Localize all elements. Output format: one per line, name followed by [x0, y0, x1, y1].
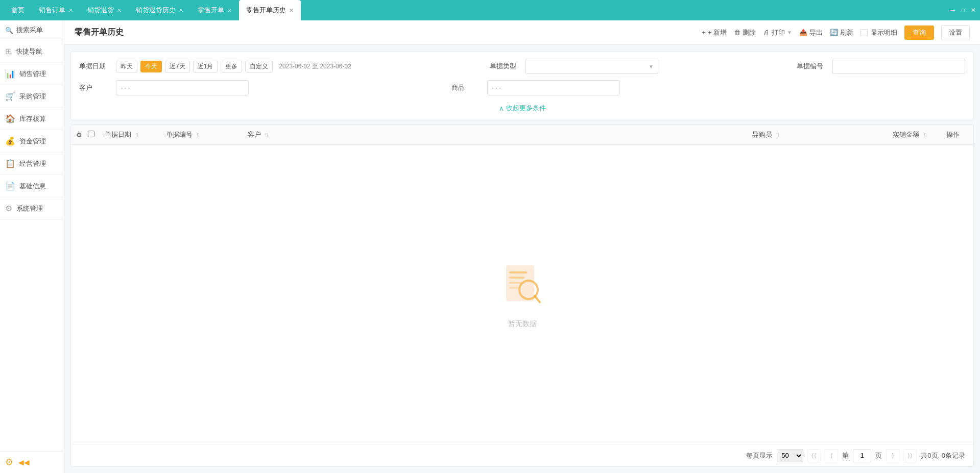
sidebar-search[interactable]: 🔍 搜索采单 — [0, 20, 64, 40]
basic-info-icon: 📄 — [5, 181, 15, 191]
settings-bottom-icon[interactable]: ⚙ — [5, 457, 13, 468]
header-customer: 客户 ⇅ — [243, 125, 747, 145]
number-label: 单据编号 — [797, 62, 827, 71]
sort-number-icon[interactable]: ⇅ — [196, 132, 200, 138]
sort-guide-icon[interactable]: ⇅ — [776, 132, 780, 138]
header-date: 单据日期 ⇅ — [100, 125, 161, 145]
maximize-button[interactable]: □ — [961, 7, 965, 14]
sidebar-item-finance[interactable]: 💰 资金管理 — [0, 130, 64, 153]
search-icon: 🔍 — [5, 27, 13, 34]
table-container: ⚙ 单据日期 ⇅ 单据编号 ⇅ — [70, 125, 974, 467]
main-layout: 🔍 搜索采单 ⊞ 快捷导航 📊 销售管理 🛒 采购管理 🏠 库存核算 💰 资金管… — [0, 20, 980, 473]
date-btn-custom[interactable]: 自定义 — [245, 61, 273, 72]
close-icon[interactable]: ✕ — [289, 7, 294, 14]
type-select-wrapper[interactable]: ▼ — [525, 59, 658, 74]
empty-text: 暂无数据 — [508, 319, 537, 329]
header-amount: 实销金额 ⇅ — [871, 125, 933, 145]
close-icon[interactable]: ✕ — [227, 7, 232, 14]
goods-wrapper[interactable]: ··· — [487, 80, 620, 95]
collapse-btn[interactable]: ∧ 收起更多条件 — [79, 102, 965, 115]
tab-sales-return[interactable]: 销货退货 ✕ — [80, 0, 129, 20]
empty-state: 暂无数据 — [71, 145, 973, 444]
date-btn-1month[interactable]: 近1月 — [193, 61, 218, 72]
display-button[interactable]: 显示明细 — [861, 28, 897, 37]
sales-icon: 📊 — [5, 69, 15, 79]
close-window-button[interactable]: ✕ — [971, 7, 976, 14]
close-icon[interactable]: ✕ — [68, 7, 73, 14]
sidebar-item-operations[interactable]: 📋 经营管理 — [0, 153, 64, 175]
window-controls: ─ □ ✕ — [950, 7, 976, 14]
sidebar-item-sys-mgmt[interactable]: ⚙ 系统管理 — [0, 197, 64, 220]
delete-button[interactable]: 🗑 删除 — [734, 28, 756, 37]
sidebar-item-purchase-mgmt[interactable]: 🛒 采购管理 — [0, 85, 64, 108]
collapse-sidebar-icon[interactable]: ◀◀ — [18, 458, 30, 466]
sidebar-item-quick-nav[interactable]: ⊞ 快捷导航 — [0, 40, 64, 63]
svg-rect-3 — [509, 282, 522, 284]
table-header: ⚙ 单据日期 ⇅ 单据编号 ⇅ — [71, 125, 973, 145]
tab-retail-history[interactable]: 零售开单历史 ✕ — [239, 0, 301, 20]
content-area: 零售开单历史 + + 新增 🗑 删除 🖨 打印 ▼ 📤 导出 — [64, 20, 980, 473]
print-button[interactable]: 🖨 打印 ▼ — [763, 28, 792, 37]
sort-date-icon[interactable]: ⇅ — [135, 132, 139, 138]
date-btn-more[interactable]: 更多 — [221, 61, 242, 72]
tab-sales-order[interactable]: 销售订单 ✕ — [32, 0, 80, 20]
svg-rect-4 — [509, 287, 519, 289]
header-action: 操作 — [933, 125, 973, 145]
display-checkbox[interactable] — [861, 29, 868, 36]
date-btn-7days[interactable]: 近7天 — [165, 61, 190, 72]
sidebar-item-basic-info[interactable]: 📄 基础信息 — [0, 175, 64, 197]
purchase-icon: 🛒 — [5, 91, 15, 101]
inventory-icon: 🏠 — [5, 114, 15, 123]
query-button[interactable]: 查询 — [904, 26, 934, 40]
customer-label: 客户 — [79, 83, 111, 92]
tab-home[interactable]: 首页 — [4, 0, 32, 20]
first-page-button[interactable]: ⟨⟨ — [807, 449, 821, 462]
tab-retail-open[interactable]: 零售开单 ✕ — [190, 0, 239, 20]
svg-rect-1 — [509, 271, 527, 273]
date-btn-yesterday[interactable]: 昨天 — [116, 61, 137, 72]
type-label: 单据类型 — [490, 62, 520, 71]
next-page-button[interactable]: ⟩ — [886, 449, 899, 462]
page-header: 零售开单历史 + + 新增 🗑 删除 🖨 打印 ▼ 📤 导出 — [64, 20, 980, 45]
filter-panel: 单据日期 昨天 今天 近7天 近1月 更多 自定义 2023-06-02 至 2… — [70, 51, 974, 120]
last-page-button[interactable]: ⟩⟩ — [903, 449, 917, 462]
sidebar: 🔍 搜索采单 ⊞ 快捷导航 📊 销售管理 🛒 采购管理 🏠 库存核算 💰 资金管… — [0, 20, 64, 473]
data-table: ⚙ 单据日期 ⇅ 单据编号 ⇅ — [71, 125, 973, 145]
tab-sales-return-history[interactable]: 销货退货历史 ✕ — [129, 0, 190, 20]
sort-customer-icon[interactable]: ⇅ — [265, 132, 269, 138]
empty-illustration — [497, 260, 548, 311]
per-page-select[interactable]: 50 10 20 100 — [777, 449, 803, 462]
select-all-checkbox[interactable] — [88, 131, 94, 137]
goods-ellipsis: ··· — [492, 83, 503, 93]
prev-page-button[interactable]: ⟨ — [825, 449, 838, 462]
sidebar-item-inventory[interactable]: 🏠 库存核算 — [0, 108, 64, 130]
close-icon[interactable]: ✕ — [179, 7, 183, 14]
page-actions: + + 新增 🗑 删除 🖨 打印 ▼ 📤 导出 🔄 — [702, 25, 970, 40]
sidebar-item-sales-mgmt[interactable]: 📊 销售管理 — [0, 63, 64, 85]
type-chevron-icon: ▼ — [649, 64, 654, 69]
refresh-button[interactable]: 🔄 刷新 — [830, 28, 853, 37]
filter-row-container-2: 客户 ··· 商品 ··· — [79, 80, 965, 95]
close-icon[interactable]: ✕ — [117, 7, 122, 14]
customer-wrapper[interactable]: ··· — [116, 80, 249, 95]
total-info: 共0页, 0条记录 — [921, 451, 965, 460]
number-input[interactable] — [832, 59, 965, 74]
page-title: 零售开单历史 — [75, 27, 124, 38]
page-input[interactable] — [853, 449, 871, 462]
refresh-icon: 🔄 — [830, 29, 838, 36]
date-range-display: 2023-06-02 至 2023-06-02 — [279, 62, 351, 71]
minimize-button[interactable]: ─ — [950, 7, 955, 14]
add-button[interactable]: + + 新增 — [702, 28, 727, 37]
customer-ellipsis: ··· — [121, 83, 131, 93]
type-select[interactable] — [530, 63, 654, 70]
sidebar-bottom: ⚙ ◀◀ — [0, 451, 64, 473]
pagination: 每页显示 50 10 20 100 ⟨⟨ ⟨ 第 页 ⟩ ⟩⟩ 共0页, 0条记… — [71, 444, 973, 466]
svg-rect-2 — [509, 277, 524, 279]
table-settings-icon[interactable]: ⚙ — [76, 131, 82, 139]
date-btn-today[interactable]: 今天 — [140, 61, 162, 72]
sort-amount-icon[interactable]: ⇅ — [923, 132, 927, 138]
export-button[interactable]: 📤 导出 — [799, 28, 823, 37]
header-number: 单据编号 ⇅ — [161, 125, 243, 145]
settings-button[interactable]: 设置 — [941, 25, 970, 40]
goods-label: 商品 — [451, 83, 482, 92]
